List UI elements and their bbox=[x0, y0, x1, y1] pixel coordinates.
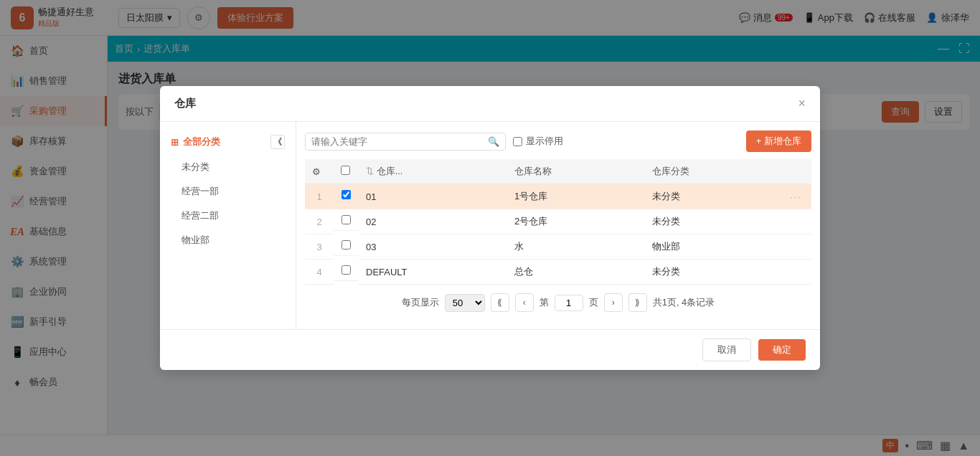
search-input-wrap: 🔍 bbox=[305, 133, 506, 151]
th-category: 仓库分类 bbox=[645, 159, 783, 184]
page-last-btn[interactable]: ⟫ bbox=[628, 293, 647, 312]
page-first-btn[interactable]: ⟪ bbox=[491, 293, 509, 312]
show-disabled-label[interactable]: 显示停用 bbox=[513, 135, 563, 148]
modal-body: ⊞ 全部分类 《 未分类 经营一部 经营二部 物业部 🔍 bbox=[160, 122, 820, 329]
cat-item-operation1[interactable]: 经营一部 bbox=[160, 179, 296, 204]
warehouse-table: ⚙ ⇅ 仓库... 仓库名称 bbox=[305, 159, 811, 285]
table-container: ⚙ ⇅ 仓库... 仓库名称 bbox=[305, 159, 811, 285]
row-name: 总仓 bbox=[507, 260, 645, 285]
settings-col-icon: ⚙ bbox=[312, 166, 321, 177]
row-code: DEFAULT bbox=[359, 260, 507, 285]
table-row[interactable]: 4 DEFAULT 总仓 未分类 bbox=[305, 260, 811, 285]
row-checkbox-cell[interactable] bbox=[334, 260, 359, 281]
warehouse-modal: 仓库 × ⊞ 全部分类 《 未分类 经营一部 经营二部 物业部 bbox=[160, 86, 820, 370]
table-header-row: ⚙ ⇅ 仓库... 仓库名称 bbox=[305, 159, 811, 184]
grid-icon: ⊞ bbox=[171, 137, 179, 148]
cancel-btn[interactable]: 取消 bbox=[702, 338, 751, 361]
cat-item-property[interactable]: 物业部 bbox=[160, 228, 296, 252]
modal-overlay: 仓库 × ⊞ 全部分类 《 未分类 经营一部 经营二部 物业部 bbox=[0, 0, 980, 456]
category-sidebar: ⊞ 全部分类 《 未分类 经营一部 经营二部 物业部 bbox=[160, 122, 296, 329]
row-more-icon[interactable]: ··· bbox=[790, 191, 802, 202]
modal-footer: 取消 确定 bbox=[160, 329, 820, 370]
th-settings: ⚙ bbox=[305, 159, 334, 184]
th-name: 仓库名称 bbox=[507, 159, 645, 184]
cat-item-operation2[interactable]: 经营二部 bbox=[160, 204, 296, 228]
row-actions[interactable] bbox=[783, 234, 811, 260]
th-code: ⇅ 仓库... bbox=[359, 159, 507, 184]
modal-header: 仓库 × bbox=[160, 86, 820, 122]
row-actions[interactable] bbox=[783, 260, 811, 285]
row-num: 3 bbox=[305, 234, 334, 260]
th-actions bbox=[783, 159, 811, 184]
row-category: 未分类 bbox=[645, 184, 783, 209]
row-category: 物业部 bbox=[645, 234, 783, 260]
search-input[interactable] bbox=[311, 136, 488, 147]
per-page-select[interactable]: 50 10 20 100 bbox=[445, 294, 485, 312]
row-name: 1号仓库 bbox=[507, 184, 645, 209]
modal-close-btn[interactable]: × bbox=[798, 96, 806, 111]
row-name: 2号仓库 bbox=[507, 209, 645, 234]
table-row[interactable]: 2 02 2号仓库 未分类 bbox=[305, 209, 811, 234]
modal-title: 仓库 bbox=[174, 97, 196, 110]
search-icon: 🔍 bbox=[488, 136, 499, 147]
page-next-btn[interactable]: › bbox=[604, 293, 623, 312]
all-categories-header[interactable]: ⊞ 全部分类 《 bbox=[160, 129, 296, 155]
category-collapse-btn[interactable]: 《 bbox=[270, 135, 285, 149]
select-all-checkbox[interactable] bbox=[341, 166, 350, 175]
row-num: 4 bbox=[305, 260, 334, 285]
sort-up-icon: ⇅ bbox=[366, 166, 374, 176]
row-category: 未分类 bbox=[645, 260, 783, 285]
row-actions[interactable] bbox=[783, 209, 811, 234]
row-checkbox-cell[interactable] bbox=[334, 184, 359, 206]
confirm-btn[interactable]: 确定 bbox=[758, 339, 806, 361]
row-num: 1 bbox=[305, 184, 334, 209]
add-warehouse-btn[interactable]: + 新增仓库 bbox=[746, 130, 811, 152]
row-code: 02 bbox=[359, 209, 507, 234]
page-number-input[interactable] bbox=[555, 295, 583, 311]
row-checkbox-cell[interactable] bbox=[334, 209, 359, 231]
cat-item-unclassified[interactable]: 未分类 bbox=[160, 155, 296, 179]
modal-search-bar: 🔍 显示停用 + 新增仓库 bbox=[305, 130, 811, 152]
modal-right-content: 🔍 显示停用 + 新增仓库 ⚙ bbox=[296, 122, 820, 329]
table-row[interactable]: 1 01 1号仓库 未分类 ··· bbox=[305, 184, 811, 209]
pagination: 每页显示 50 10 20 100 ⟪ ‹ 第 页 › ⟫ 共1页, 4条记录 bbox=[305, 285, 811, 320]
row-code: 01 bbox=[359, 184, 507, 209]
row-code: 03 bbox=[359, 234, 507, 260]
row-actions[interactable]: ··· bbox=[783, 184, 811, 209]
th-checkbox bbox=[334, 159, 359, 184]
page-prev-btn[interactable]: ‹ bbox=[515, 293, 534, 312]
show-disabled-checkbox[interactable] bbox=[513, 137, 522, 146]
row-num: 2 bbox=[305, 209, 334, 234]
row-name: 水 bbox=[507, 234, 645, 260]
row-checkbox-cell[interactable] bbox=[334, 234, 359, 256]
table-row[interactable]: 3 03 水 物业部 bbox=[305, 234, 811, 260]
row-category: 未分类 bbox=[645, 209, 783, 234]
